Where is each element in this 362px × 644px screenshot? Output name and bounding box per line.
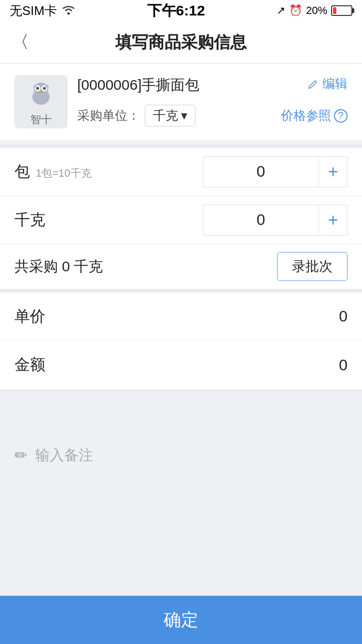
product-image: 智十 xyxy=(14,75,68,128)
notes-section[interactable]: ✏ 输入备注 xyxy=(0,393,362,518)
section-divider-1 xyxy=(0,144,362,148)
bag-input-controls: 0 + xyxy=(203,156,348,187)
nav-bar: 〈 填写商品采购信息 xyxy=(0,21,362,64)
kg-label: 千克 xyxy=(14,210,45,231)
help-icon: ? xyxy=(334,109,348,123)
time-label: 下午6:12 xyxy=(147,1,205,21)
edit-pencil-icon: ✏ xyxy=(14,446,28,464)
unit-price-label: 单价 xyxy=(14,306,45,327)
status-bar: 无SIM卡 下午6:12 ↗ ⏰ 20% xyxy=(0,0,362,21)
bag-unit-hint: 1包=10千克 xyxy=(36,166,92,181)
wifi-icon xyxy=(62,3,75,18)
unit-price-value: 0 xyxy=(339,308,348,325)
total-label: 共采购 0 千克 xyxy=(14,257,103,277)
carrier-label: 无SIM卡 xyxy=(10,2,57,19)
status-left: 无SIM卡 xyxy=(10,2,75,19)
back-button[interactable]: 〈 xyxy=(12,30,29,54)
edit-button[interactable]: 编辑 xyxy=(308,75,348,92)
bag-quantity-input[interactable]: 0 xyxy=(203,156,319,187)
product-info: [0000006]手撕面包 编辑 采购单位： 千克 ▾ 价格参照 ? xyxy=(77,75,348,126)
page-title: 填写商品采购信息 xyxy=(115,31,247,54)
kg-quantity-input[interactable]: 0 xyxy=(203,205,319,236)
amount-label: 金额 xyxy=(14,354,45,376)
battery-icon xyxy=(331,5,352,16)
kg-input-row: 千克 0 + xyxy=(0,196,362,244)
bag-plus-button[interactable]: + xyxy=(319,156,348,187)
product-card: 智十 [0000006]手撕面包 编辑 采购单位： 千克 ▾ 价格参照 xyxy=(0,64,362,144)
unit-price-row: 单价 0 xyxy=(0,293,362,341)
product-name: [0000006]手撕面包 xyxy=(77,75,199,95)
price-section: 单价 0 金额 0 xyxy=(0,293,362,393)
kg-input-controls: 0 + xyxy=(203,205,348,236)
notes-placeholder: 输入备注 xyxy=(35,446,93,465)
status-right: ↗ ⏰ 20% xyxy=(277,4,352,17)
product-logo-icon xyxy=(24,77,58,111)
alarm-icon: ⏰ xyxy=(289,4,302,17)
price-reference-button[interactable]: 价格参照 ? xyxy=(281,107,348,124)
battery-percent: 20% xyxy=(306,4,327,17)
unit-label: 采购单位： 千克 ▾ xyxy=(77,105,195,126)
record-batch-button[interactable]: 录批次 xyxy=(277,252,348,281)
input-section: 包 1包=10千克 0 + 千克 0 + xyxy=(0,148,362,244)
amount-row: 金额 0 xyxy=(0,341,362,389)
product-brand-label: 智十 xyxy=(30,112,52,127)
svg-point-0 xyxy=(68,12,70,14)
bag-input-row: 包 1包=10千克 0 + xyxy=(0,148,362,196)
amount-value: 0 xyxy=(339,356,348,374)
confirm-button[interactable]: 确定 xyxy=(0,596,362,644)
unit-select[interactable]: 千克 ▾ xyxy=(145,105,195,126)
total-row: 共采购 0 千克 录批次 xyxy=(0,244,362,293)
dropdown-icon: ▾ xyxy=(181,108,187,123)
location-icon: ↗ xyxy=(277,4,285,17)
kg-plus-button[interactable]: + xyxy=(319,205,348,236)
content-spacer xyxy=(0,518,362,596)
bag-label: 包 xyxy=(14,161,30,182)
